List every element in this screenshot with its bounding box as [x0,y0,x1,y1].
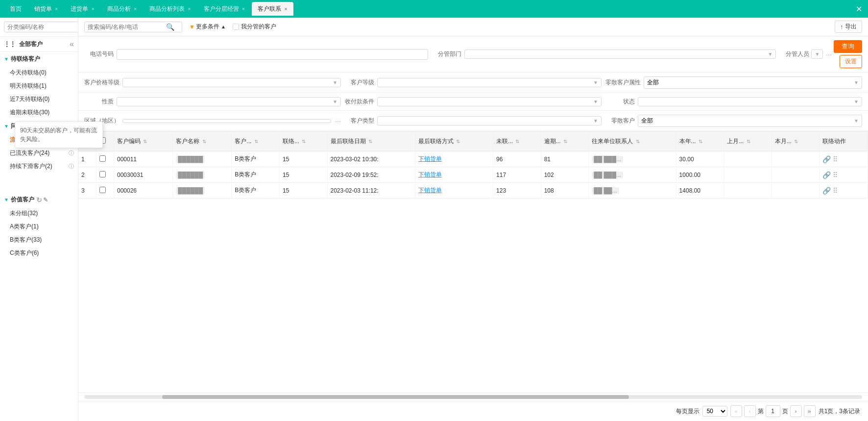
tab-close-customer-layer[interactable]: × [242,6,245,12]
row2-link-icon[interactable]: 🔗 [822,171,831,179]
row1-last-method[interactable]: 下销货单 [415,151,493,167]
sidebar-item-c-class[interactable]: C类客户(6) [0,247,78,260]
row2-type: B类客户 [232,167,280,183]
sidebar-group-value[interactable]: ▼ 价值客户 ↻ ✎ [0,193,78,207]
row2-uncontact: 117 [493,167,541,183]
status-select[interactable]: ▼ [638,97,862,106]
zero-customer-select[interactable]: 全部▼ [638,115,862,127]
row3-checkbox[interactable] [96,183,114,198]
th-last-date[interactable]: 最后联络日期 ⇅ [327,131,415,151]
th-name[interactable]: 客户名称 ⇅ [173,131,232,151]
sidebar-item-overdue-pending[interactable]: 逾期未联络(30) [0,106,78,119]
settings-button[interactable]: 设置 [840,55,862,68]
th-this-month[interactable]: 本月... ⇅ [772,131,820,151]
sidebar-item-today-pending[interactable]: 今天待联络(0) [0,66,78,79]
sidebar-item-week-pending[interactable]: 近7天待联络(0) [0,93,78,106]
row1-checkbox[interactable] [96,151,114,167]
person-select[interactable]: ▼ [811,50,823,59]
th-last-method[interactable]: 最后联络方式 ⇅ [415,131,493,151]
row3-link-icon[interactable]: 🔗 [822,187,831,195]
window-close-btn[interactable]: ✕ [854,2,864,16]
tab-goods-list[interactable]: 商品分析列表 × [144,2,196,16]
phone-input[interactable] [117,49,428,60]
tab-customer-contact[interactable]: 客户联系 × [252,2,293,16]
tab-customer-layer[interactable]: 客户分层经营 × [198,2,251,16]
tab-close-goods-analysis[interactable]: × [134,6,137,12]
search-input[interactable] [88,24,166,30]
query-button[interactable]: 查询 [834,40,862,53]
th-contact-person[interactable]: 往来单位联系人 ⇅ [589,131,676,151]
row2-last-date: 2023-02-09 19:52: [327,167,415,183]
my-customers-checkbox[interactable]: 我分管的客户 [233,23,276,31]
tab-home[interactable]: 首页 [4,2,27,16]
sidebar-item-a-class[interactable]: A类客户(1) [0,220,78,233]
row2-last-method[interactable]: 下销货单 [415,167,493,183]
filter-section: 电话号码 分管部门 ▼ 分管人员 ▼ ··· [78,36,868,131]
row1-no: 1 [78,151,96,167]
area-more-icon[interactable]: ··· [335,117,341,125]
sidebar-search-input[interactable] [4,22,78,32]
tab-purchase[interactable]: 进货单 × [65,2,100,16]
filter-payment: 收付款条件 ▼ [345,97,602,106]
row2-checkbox[interactable] [96,167,114,183]
row1-last-month [724,151,772,167]
more-conditions-btn[interactable]: ▼ 更多条件 ▲ [186,22,229,32]
tab-goods-analysis[interactable]: 商品分析 × [101,2,143,16]
current-page: 1 [766,405,780,417]
export-icon: ↑ [840,24,843,30]
sidebar: 🔍 ⋮⋮ 全部客户 « ▼ 待联络客户 今天待联络(0) 明天待联络(1) 近7… [0,18,78,421]
sidebar-item-ungrouped[interactable]: 未分组(32) [0,207,78,220]
tab-close-sales[interactable]: × [55,6,58,12]
row3-last-method[interactable]: 下销货单 [415,183,493,198]
row3-menu-icon[interactable]: ⠿ [833,187,838,195]
zero-attr-select[interactable]: 全部▼ [644,76,862,89]
sidebar-collapse-icon[interactable]: « [70,40,74,49]
level-select[interactable]: ▼ [377,78,602,87]
th-type[interactable]: 客户... ⇅ [232,131,280,151]
th-code[interactable]: 客户编码 ⇅ [114,131,173,151]
th-uncontact[interactable]: 未联... ⇅ [493,131,541,151]
filter-price-level: 客户价格等级 ▼ [84,76,341,89]
value-refresh-icon[interactable]: ↻ [36,196,42,204]
price-level-select[interactable]: ▼ [122,78,341,87]
page-first-btn[interactable]: « [730,405,742,417]
table-row: 1 000011 ██████ B类客户 15 2023-03-02 10:30… [78,151,868,167]
sidebar-all-customers[interactable]: ⋮⋮ 全部客户 « [0,37,78,52]
th-action: 联络动作 [820,131,868,151]
th-contact[interactable]: 联络... ⇅ [279,131,327,151]
page-next-btn[interactable]: › [790,405,802,417]
page-last-btn[interactable]: » [804,405,816,417]
tab-close-goods-list[interactable]: × [188,6,191,12]
page-size-select[interactable]: 50 20 100 [702,406,727,417]
table-row: 3 000026 ██████ B类客户 15 2023-02-03 11:12… [78,183,868,198]
horizontal-scrollbar[interactable] [78,393,868,401]
checkbox-icon [233,24,239,30]
filter-actions: 查询 设置 [834,40,862,68]
th-this-year[interactable]: 本年... ⇅ [676,131,724,151]
tab-sales[interactable]: 销货单 × [28,2,64,16]
sidebar-item-tomorrow-pending[interactable]: 明天待联络(1) [0,79,78,93]
gender-select[interactable]: ▼ [117,97,341,106]
value-edit-icon[interactable]: ✎ [43,197,48,203]
tab-close-purchase[interactable]: × [91,6,94,12]
customer-type-select[interactable]: ▼ [377,116,602,125]
row1-link-icon[interactable]: 🔗 [822,155,831,163]
dept-select[interactable]: ▼ [464,50,776,59]
row1-menu-icon[interactable]: ⠿ [833,155,838,163]
th-overdue[interactable]: 逾期... ⇅ [541,131,589,151]
page-prev-btn[interactable]: ‹ [744,405,756,417]
th-last-month[interactable]: 上月... ⇅ [724,131,772,151]
sidebar-item-b-class[interactable]: B类客户(33) [0,233,78,247]
tab-close-customer-contact[interactable]: × [284,6,287,12]
row2-no: 2 [78,167,96,183]
search-button[interactable]: 🔍 [166,23,174,31]
sidebar-group-pending[interactable]: ▼ 待联络客户 [0,52,78,66]
export-button[interactable]: ↑ 导出 [835,21,862,33]
area-select[interactable] [122,119,331,123]
tooltip-churn: 90天未交易的客户，可能有流失风险。 [15,122,78,148]
sidebar-item-declining[interactable]: 持续下滑客户(2) ⓘ [0,160,78,173]
person-more-icon[interactable]: ··· [826,50,832,58]
sidebar-item-churned[interactable]: 已流失客户(24) ⓘ [0,147,78,160]
payment-select[interactable]: ▼ [377,97,602,106]
row2-menu-icon[interactable]: ⠿ [833,171,838,179]
